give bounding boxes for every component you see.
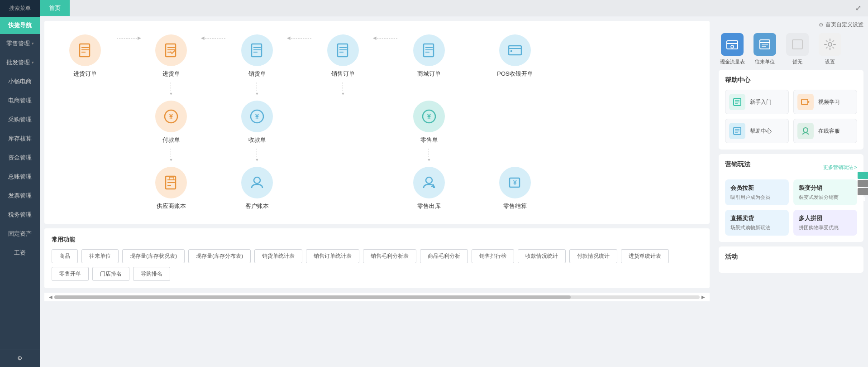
quick-btn-sales-rank[interactable]: 销售排行榜 (472, 249, 514, 263)
quick-btn-retail-order[interactable]: 零售开单 (52, 267, 89, 281)
purchase-icon (155, 34, 187, 66)
sidebar-item-fixed-assets[interactable]: 固定资产 (0, 224, 40, 243)
sidebar-item-payroll[interactable]: 工资 (0, 243, 40, 262)
quick-btn-inventory-dist[interactable]: 现存量(库存分布表) (188, 249, 251, 263)
cashflow-icon-box (721, 33, 744, 56)
help-item-center[interactable]: 帮助中心 (725, 119, 789, 143)
customize-settings[interactable]: ⚙ 首页自定义设置 (719, 21, 863, 29)
quick-btn-guide-rank[interactable]: 导购排名 (133, 267, 170, 281)
quick-btn-receipt-stat[interactable]: 收款情况统计 (518, 249, 566, 263)
sidebar-item-invoice[interactable]: 发票管理 (0, 186, 40, 205)
sidebar-bottom: ⚙ (0, 349, 40, 367)
quick-btn-partners[interactable]: 往来单位 (81, 249, 119, 263)
nav-icon-partners[interactable]: 往来单位 (751, 33, 778, 65)
marketing-section: 营销玩法 更多营销玩法 > 会员拉新 吸引用户成为会员 裂变分销 裂变式发展分销… (719, 154, 863, 242)
marketing-card-live[interactable]: 直播卖货 场景式购物新玩法 (725, 210, 789, 236)
sidebar-item-tax[interactable]: 税务管理 (0, 205, 40, 224)
flow-node-customer-book[interactable]: 客户账本 (241, 162, 273, 215)
scroll-left-arrow[interactable]: ◀ (49, 295, 52, 299)
nav-icon-none[interactable]: 暂无 (784, 33, 811, 65)
flow-node-payment[interactable]: ¥ 付款单 (155, 96, 187, 149)
quick-btn-product[interactable]: 商品 (52, 249, 78, 263)
node-col-supplier: 供应商账本 (139, 162, 203, 215)
sidebar-item-ecommerce-mgmt[interactable]: 电商管理 (0, 91, 40, 110)
beginner-icon (729, 94, 745, 110)
flow-node-sales-order[interactable]: 销售订单 (327, 30, 359, 82)
help-grid: 新手入门 视频学习 帮助中心 (725, 90, 857, 143)
quick-btn-payment-stat[interactable]: 付款情况统计 (569, 249, 617, 263)
svg-text:¥: ¥ (513, 179, 517, 186)
connector-1-2: ▶ (117, 30, 139, 39)
quick-btn-purchase-stat[interactable]: 进货单统计表 (621, 249, 669, 263)
nav-icon-settings[interactable]: 设置 (816, 33, 844, 65)
sidebar-item-capital[interactable]: 资金管理 (0, 148, 40, 167)
quick-btn-sales-stat[interactable]: 销货单统计表 (254, 249, 302, 263)
flow-node-mall-order[interactable]: 商城订单 (413, 30, 445, 82)
marketing-card-fission[interactable]: 裂变分销 裂变式发展分销商 (793, 179, 857, 205)
flow-node-purchase-order[interactable]: 进货订单 (69, 30, 101, 82)
nav-icon-cashflow[interactable]: 现金流量表 (719, 33, 746, 65)
quick-btn-sales-order-stat[interactable]: 销售订单统计表 (306, 249, 359, 263)
marketing-card-group[interactable]: 多人拼团 拼团购物享受优惠 (793, 210, 857, 236)
flow-node-retail-out[interactable]: 零售出库 (413, 162, 445, 215)
sidebar-item-wholesale[interactable]: 批发管理 ▾ (0, 53, 40, 72)
flow-node-pos[interactable]: POS收银开单 (497, 30, 533, 82)
float-btn-community[interactable]: 服务社区 (858, 180, 868, 187)
sidebar-item-ledger[interactable]: 总账管理 (0, 167, 40, 186)
beginner-label: 新手入门 (750, 98, 772, 106)
sidebar: 搜索菜单 快捷导航 零售管理 ▾ 批发管理 ▾ 小畅电商 电商管理 采购管理 库… (0, 0, 40, 367)
quick-btn-store-rank[interactable]: 门店排名 (92, 267, 129, 281)
help-center-title: 帮助中心 (725, 76, 857, 84)
quick-btn-sales-gross[interactable]: 销售毛利分析表 (363, 249, 416, 263)
online-service-label: 在线客服 (818, 127, 840, 135)
group-card-desc: 拼团购物享受优惠 (799, 224, 852, 231)
pos-icon (499, 34, 531, 66)
svg-point-48 (828, 43, 832, 46)
purchase-order-icon (69, 34, 101, 66)
v-conn-2: ▼ (139, 82, 203, 96)
svg-rect-22 (510, 50, 512, 52)
marketing-card-member[interactable]: 会员拉新 吸引用户成为会员 (725, 179, 789, 205)
member-card-desc: 吸引用户成为会员 (730, 194, 783, 201)
help-item-online[interactable]: 在线客服 (793, 119, 857, 143)
flow-row-1: 进货订单 ▶ (53, 30, 701, 82)
settings-icon-box (819, 33, 841, 56)
sidebar-item-purchase[interactable]: 采购管理 (0, 110, 40, 129)
receipt-label: 收款单 (248, 136, 266, 144)
flow-node-purchase[interactable]: 进货单 (155, 30, 187, 82)
quick-btn-product-gross[interactable]: 商品毛利分析 (420, 249, 468, 263)
supplier-book-label: 供应商账本 (157, 202, 186, 210)
flow-node-retail-settle[interactable]: ¥ 零售结算 (499, 162, 531, 215)
sidebar-item-inventory[interactable]: 库存核算 (0, 129, 40, 148)
quick-functions-section: 常用功能 商品 往来单位 现存量(库存状况表) 现存量(库存分布表) 销货单统计… (44, 228, 710, 288)
more-marketing-link[interactable]: 更多营销玩法 > (823, 164, 857, 171)
flow-row-3: 供应商账本 客户账本 (53, 162, 701, 215)
sidebar-search[interactable]: 搜索菜单 (0, 0, 40, 17)
fission-card-title: 裂变分销 (799, 184, 852, 192)
tab-home[interactable]: 首页 (40, 0, 70, 16)
quick-btn-inventory-status[interactable]: 现存量(库存状况表) (122, 249, 185, 263)
sidebar-item-ecommerce-small[interactable]: 小畅电商 (0, 72, 40, 91)
flow-node-receipt[interactable]: ¥ 收款单 (241, 96, 273, 149)
gear-icon: ⚙ (819, 22, 824, 28)
sidebar-settings-icon[interactable]: ⚙ (0, 349, 40, 367)
help-center-label: 帮助中心 (750, 127, 772, 135)
scroll-track[interactable] (54, 295, 700, 299)
flow-node-sales[interactable]: 销货单 (241, 30, 273, 82)
float-btn-service[interactable]: 客服热线 (858, 172, 868, 179)
node-col-pay: ¥ 付款单 (139, 96, 203, 149)
float-btn-desktop[interactable]: 桌面快捷 (858, 188, 868, 195)
scroll-right-arrow[interactable]: ▶ (701, 295, 705, 299)
svg-rect-43 (760, 40, 770, 49)
sidebar-item-retail[interactable]: 零售管理 ▾ (0, 34, 40, 53)
expand-icon[interactable]: ⤢ (853, 3, 863, 14)
quick-buttons-container: 商品 往来单位 现存量(库存状况表) 现存量(库存分布表) 销货单统计表 销售订… (52, 249, 702, 281)
node-col-receipt: ¥ 收款单 (225, 96, 289, 149)
receipt-icon: ¥ (241, 101, 273, 132)
help-item-beginner[interactable]: 新手入门 (725, 90, 789, 114)
flow-node-retail-order[interactable]: ¥ 零售单 (413, 96, 445, 149)
quick-functions-title: 常用功能 (52, 236, 702, 244)
help-item-video[interactable]: 视频学习 (793, 90, 857, 114)
chevron-down-icon: ▾ (32, 60, 34, 65)
flow-node-supplier-book[interactable]: 供应商账本 (155, 162, 187, 215)
